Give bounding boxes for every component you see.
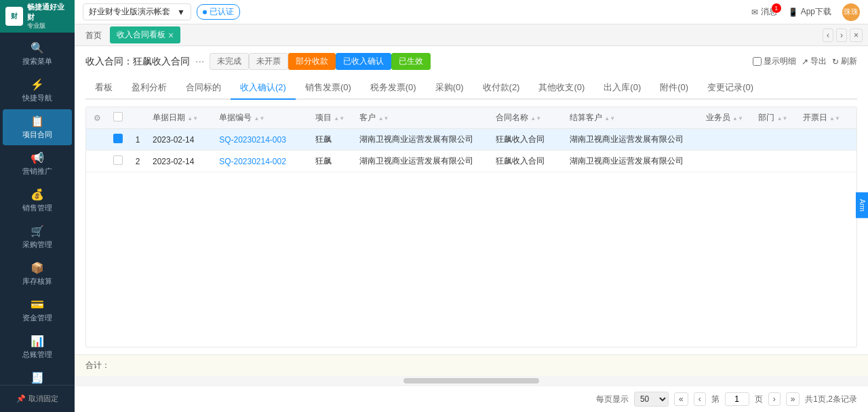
- row-settings-0[interactable]: [86, 129, 108, 151]
- project-sort[interactable]: ▲▼: [334, 116, 344, 121]
- table-row[interactable]: 2 2023-02-14 SQ-20230214-002 狂飙 湖南卫视商业运营…: [86, 151, 856, 172]
- date-sort[interactable]: ▲▼: [187, 116, 198, 121]
- status-btn-1[interactable]: 未开票: [249, 53, 288, 70]
- active-tab[interactable]: 收入合同看板 ×: [110, 26, 180, 43]
- subtabs: 看板盈利分析合同标的收入确认(2)销售发票(0)税务发票(0)采购(0)收付款(…: [85, 77, 857, 100]
- row-customer-0: 湖南卫视商业运营发展有限公司: [354, 129, 490, 151]
- subtab-2[interactable]: 合同标的: [176, 77, 231, 100]
- sidebar-item-6[interactable]: 📦库存核算: [3, 256, 72, 292]
- contract-header[interactable]: 合同名称 ▲▼: [490, 107, 564, 129]
- customer-sort[interactable]: ▲▼: [378, 116, 389, 121]
- sum-label: 合计：: [85, 360, 110, 371]
- more-options-button[interactable]: ···: [195, 56, 204, 68]
- content-inner: 收入合同：狂飙收入合同 ··· 未完成未开票部分收款已收入确认已生效 显示明细 …: [75, 46, 868, 354]
- tab-prev-button[interactable]: ‹: [823, 29, 833, 42]
- date-header[interactable]: 单据日期 ▲▼: [147, 107, 214, 129]
- status-btn-3[interactable]: 已收入确认: [336, 53, 391, 70]
- subtab-6[interactable]: 采购(0): [426, 77, 473, 100]
- data-table-wrap[interactable]: ⚙ 单据日期 ▲▼ 单据编号: [85, 107, 857, 348]
- project-header[interactable]: 项目 ▲▼: [310, 107, 354, 129]
- content-title: 收入合同：狂飙收入合同: [85, 56, 190, 68]
- user-avatar[interactable]: 珠珠: [842, 3, 860, 21]
- company-name: 好业财专业版演示帐套: [89, 6, 170, 18]
- row-project-0: 狂飙: [310, 129, 354, 151]
- row-settings-1[interactable]: [86, 151, 108, 172]
- subtab-4[interactable]: 销售发票(0): [296, 77, 361, 100]
- refresh-button[interactable]: ↻ 刷新: [832, 56, 857, 67]
- sidebar-icon-0: 🔍: [31, 41, 44, 54]
- status-btn-4[interactable]: 已生效: [391, 53, 431, 70]
- select-all-checkbox[interactable]: [113, 112, 123, 121]
- sidebar-item-7[interactable]: 💳资金管理: [3, 293, 72, 329]
- header-row: ⚙ 单据日期 ▲▼ 单据编号: [86, 107, 856, 129]
- row-opendate-0: [797, 129, 856, 151]
- subtab-1[interactable]: 盈利分析: [122, 77, 176, 100]
- subtab-7[interactable]: 收付款(2): [473, 77, 530, 100]
- subtab-9[interactable]: 出入库(0): [594, 77, 650, 100]
- row-opendate-1: [797, 151, 856, 172]
- next-page-button[interactable]: ›: [768, 392, 781, 406]
- row-docno-1[interactable]: SQ-20230214-002: [214, 151, 310, 172]
- right-panel-button[interactable]: Arm: [856, 192, 868, 218]
- dept-sort[interactable]: ▲▼: [777, 116, 788, 121]
- row-checkbox-1[interactable]: [108, 151, 128, 172]
- sidebar-icon-6: 📦: [31, 261, 44, 274]
- export-button[interactable]: ↗ 导出: [802, 56, 827, 67]
- prev-page-button[interactable]: ‹: [694, 392, 706, 406]
- subtab-11[interactable]: 变更记录(0): [698, 77, 763, 100]
- tab-close-all-button[interactable]: ×: [850, 29, 863, 42]
- unpin-button[interactable]: 📌 取消固定: [5, 391, 69, 407]
- subtab-3[interactable]: 收入确认(2): [231, 77, 296, 100]
- message-button[interactable]: ✉ 1 消息: [751, 6, 777, 18]
- settings-icon[interactable]: ⚙: [94, 113, 101, 123]
- sidebar-item-9[interactable]: 🧾发票管理: [3, 366, 72, 385]
- company-selector[interactable]: 好业财专业版演示帐套 ▼: [83, 3, 191, 20]
- scroll-thumb[interactable]: [403, 378, 539, 383]
- subtab-8[interactable]: 其他收支(0): [529, 77, 594, 100]
- customer-header[interactable]: 客户 ▲▼: [354, 107, 490, 129]
- table-row[interactable]: 1 2023-02-14 SQ-20230214-003 狂飙 湖南卫视商业运营…: [86, 129, 856, 151]
- docno-header[interactable]: 单据编号 ▲▼: [214, 107, 310, 129]
- sidebar-label-2: 项目合同: [22, 130, 52, 140]
- page-input[interactable]: [725, 392, 749, 406]
- tab-next-button[interactable]: ›: [836, 29, 847, 42]
- sidebar-item-1[interactable]: ⚡快捷导航: [3, 73, 72, 109]
- unpin-label: 取消固定: [28, 394, 58, 404]
- dept-header[interactable]: 部门 ▲▼: [753, 107, 797, 129]
- app-download-button[interactable]: 📱 App下载: [788, 6, 831, 18]
- last-page-button[interactable]: »: [786, 392, 800, 406]
- first-page-button[interactable]: «: [674, 392, 688, 406]
- row-checkbox-0[interactable]: [108, 129, 128, 151]
- show-detail-checkbox[interactable]: 显示明细: [753, 56, 796, 67]
- active-tab-label: 收入合同看板: [117, 29, 165, 41]
- subtab-5[interactable]: 税务发票(0): [361, 77, 426, 100]
- scroll-bar[interactable]: [75, 376, 868, 386]
- sidebar-item-3[interactable]: 📢营销推广: [3, 146, 72, 182]
- contract-sort[interactable]: ▲▼: [530, 116, 541, 121]
- sidebar-item-5[interactable]: 🛒采购管理: [3, 219, 72, 255]
- per-page-select[interactable]: 2050100: [634, 392, 669, 407]
- sidebar-item-8[interactable]: 📊总账管理: [3, 329, 72, 365]
- status-btn-0[interactable]: 未完成: [210, 53, 249, 70]
- home-tab[interactable]: 首页: [80, 24, 107, 46]
- opendate-sort[interactable]: ▲▼: [829, 116, 840, 121]
- settlement-sort[interactable]: ▲▼: [604, 116, 615, 121]
- sidebar-item-0[interactable]: 🔍搜索菜单: [3, 36, 72, 72]
- sidebar-item-4[interactable]: 💰销售管理: [3, 183, 72, 219]
- status-btn-2[interactable]: 部分收款: [288, 53, 336, 70]
- row-docno-0[interactable]: SQ-20230214-003: [214, 129, 310, 151]
- subtab-10[interactable]: 附件(0): [650, 77, 698, 100]
- subtab-0[interactable]: 看板: [85, 77, 122, 100]
- table-body: 1 2023-02-14 SQ-20230214-003 狂飙 湖南卫视商业运营…: [86, 129, 856, 172]
- tab-close-button[interactable]: ×: [168, 30, 174, 41]
- sidebar-item-2[interactable]: 📋项目合同: [3, 109, 72, 145]
- docno-sort[interactable]: ▲▼: [254, 116, 264, 121]
- right-panel: Arm: [856, 192, 868, 220]
- refresh-icon: ↻: [832, 57, 839, 67]
- opendate-header[interactable]: 开票日 ▲▼: [797, 107, 856, 129]
- show-detail-input[interactable]: [753, 57, 762, 66]
- app-logo: 财 畅捷通好业财 专业版: [0, 0, 75, 33]
- salesperson-header[interactable]: 业务员 ▲▼: [701, 107, 753, 129]
- settlement-header[interactable]: 结算客户 ▲▼: [564, 107, 701, 129]
- salesperson-sort[interactable]: ▲▼: [732, 116, 743, 121]
